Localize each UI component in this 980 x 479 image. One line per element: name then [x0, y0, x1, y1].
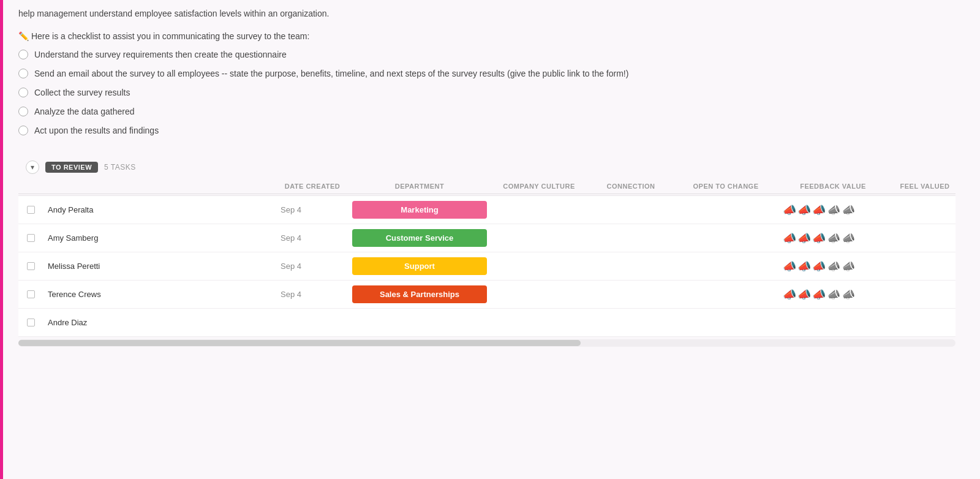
col-header-feelvalued: FEEL VALUED	[888, 183, 962, 190]
department-cell[interactable]: Support	[349, 257, 490, 275]
page-container: help management understand employee sati…	[0, 0, 980, 479]
megaphone-silver-2: 📣	[842, 260, 855, 273]
megaphone-gold-1: 📣	[783, 288, 796, 301]
table-row: Melissa Peretti Sep 4 Support 📣 📣 📣 📣 📣	[18, 252, 956, 281]
department-cell[interactable]: Customer Service	[349, 229, 490, 247]
scrollbar-track[interactable]	[18, 339, 956, 347]
col-header-date: DATE CREATED	[276, 183, 349, 190]
row-date: Sep 4	[276, 262, 349, 271]
row-checkbox[interactable]	[18, 234, 43, 242]
checklist-item-label: Collect the survey results	[34, 86, 130, 99]
row-date: Sep 4	[276, 233, 349, 243]
checklist-item-label: Understand the survey requirements then …	[34, 48, 287, 61]
feedback-value-cell: 📣 📣 📣 📣 📣	[778, 260, 888, 273]
to-review-badge: TO REVIEW	[45, 162, 98, 173]
col-header-connection: CONNECTION	[588, 183, 674, 190]
table-body: Andy Peralta Sep 4 Marketing 📣 📣 📣 📣 📣	[18, 195, 956, 337]
row-date: Sep 4	[276, 205, 349, 214]
megaphone-gold-1: 📣	[783, 232, 796, 245]
checklist-item-label: Send an email about the survey to all em…	[34, 67, 628, 80]
radio-circle[interactable]	[18, 69, 28, 78]
megaphone-gold-1: 📣	[783, 203, 796, 217]
col-header-culture: COMPANY CULTURE	[490, 183, 588, 190]
checklist-item-label: Analyze the data gathered	[34, 105, 134, 118]
dept-pill-customer[interactable]: Customer Service	[352, 229, 487, 247]
col-header-name	[43, 183, 276, 190]
checklist-list: Understand the survey requirements then …	[18, 48, 956, 137]
megaphone-silver-1: 📣	[827, 260, 840, 273]
row-checkbox[interactable]	[18, 262, 43, 270]
table-header-row: ▾ TO REVIEW 5 TASKS	[18, 156, 956, 179]
radio-circle[interactable]	[18, 50, 28, 59]
checklist-item-label: Act upon the results and findings	[34, 124, 159, 137]
checklist-header: ✏️ Here is a checklist to assist you in …	[18, 31, 956, 41]
megaphone-silver-2: 📣	[842, 203, 855, 217]
feedback-value-cell: 📣 📣 📣 📣 📣	[778, 232, 888, 245]
megaphone-gold-3: 📣	[812, 232, 826, 245]
megaphone-silver-1: 📣	[827, 232, 840, 245]
scrollbar-thumb[interactable]	[18, 340, 581, 346]
megaphone-silver-2: 📣	[842, 232, 855, 245]
table-row: Andre Diaz	[18, 309, 956, 337]
megaphone-gold-3: 📣	[812, 203, 826, 217]
table-section: ▾ TO REVIEW 5 TASKS DATE CREATED DEPARTM…	[18, 156, 956, 347]
left-accent-bar	[0, 0, 3, 479]
megaphone-gold-2: 📣	[797, 232, 811, 245]
megaphone-gold-2: 📣	[797, 288, 811, 301]
tasks-count: 5 TASKS	[104, 163, 136, 172]
collapse-button[interactable]: ▾	[26, 160, 39, 174]
list-item[interactable]: Understand the survey requirements then …	[18, 48, 956, 61]
table-row: Terence Crews Sep 4 Sales & Partnerships…	[18, 281, 956, 309]
col-header-feedback: FEEDBACK VALUE	[778, 183, 888, 190]
feedback-value-cell: 📣 📣 📣 📣 📣	[778, 288, 888, 301]
megaphone-silver-2: 📣	[842, 288, 855, 301]
column-headers: DATE CREATED DEPARTMENT COMPANY CULTURE …	[18, 179, 956, 194]
megaphone-silver-1: 📣	[827, 288, 840, 301]
megaphone-silver-1: 📣	[827, 203, 840, 217]
row-name[interactable]: Terence Crews	[43, 290, 276, 299]
radio-circle[interactable]	[18, 126, 28, 135]
col-header-checkbox	[18, 183, 43, 190]
row-date: Sep 4	[276, 290, 349, 299]
megaphone-gold-1: 📣	[783, 260, 796, 273]
megaphone-gold-2: 📣	[797, 260, 811, 273]
radio-circle[interactable]	[18, 88, 28, 97]
megaphone-gold-3: 📣	[812, 260, 826, 273]
megaphone-gold-3: 📣	[812, 288, 826, 301]
row-name[interactable]: Andy Peralta	[43, 205, 276, 214]
dept-pill-marketing[interactable]: Marketing	[352, 201, 487, 219]
dept-pill-support[interactable]: Support	[352, 257, 487, 275]
table-row: Amy Samberg Sep 4 Customer Service 📣 📣 📣…	[18, 224, 956, 252]
feedback-value-cell: 📣 📣 📣 📣 📣	[778, 203, 888, 217]
megaphone-gold-2: 📣	[797, 203, 811, 217]
list-item[interactable]: Analyze the data gathered	[18, 105, 956, 118]
row-name[interactable]: Melissa Peretti	[43, 262, 276, 271]
col-header-dept: DEPARTMENT	[349, 183, 490, 190]
list-item[interactable]: Act upon the results and findings	[18, 124, 956, 137]
row-name[interactable]: Andre Diaz	[43, 318, 276, 327]
row-checkbox[interactable]	[18, 319, 43, 326]
chevron-down-icon: ▾	[31, 163, 34, 172]
list-item[interactable]: Collect the survey results	[18, 86, 956, 99]
list-item[interactable]: Send an email about the survey to all em…	[18, 67, 956, 80]
department-cell[interactable]: Marketing	[349, 201, 490, 219]
col-header-openchange: OPEN TO CHANGE	[674, 183, 778, 190]
description-text: help management understand employee sati…	[18, 7, 956, 20]
radio-circle[interactable]	[18, 107, 28, 116]
department-cell[interactable]: Sales & Partnerships	[349, 285, 490, 303]
dept-pill-sales[interactable]: Sales & Partnerships	[352, 285, 487, 303]
table-row: Andy Peralta Sep 4 Marketing 📣 📣 📣 📣 📣	[18, 196, 956, 224]
row-checkbox[interactable]	[18, 290, 43, 298]
row-checkbox[interactable]	[18, 206, 43, 214]
row-name[interactable]: Amy Samberg	[43, 233, 276, 243]
content-wrapper: help management understand employee sati…	[0, 0, 980, 359]
